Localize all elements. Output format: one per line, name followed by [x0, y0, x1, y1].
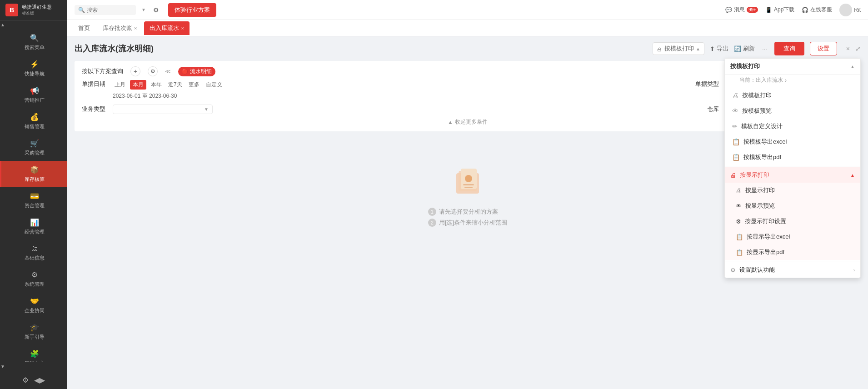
shortcut-icon: ⚡ [30, 60, 39, 69]
date-option-本年[interactable]: 本年 [149, 80, 164, 90]
refresh-icon: 🔄 [734, 45, 741, 52]
display-print-label: 🖨 按显示打印 [730, 171, 769, 179]
expand-page-icon[interactable]: ⤢ [855, 45, 861, 52]
filter-collapse-icon[interactable]: ≪ [165, 68, 171, 75]
item-icon: ✏ [732, 123, 738, 130]
biz-type-select[interactable]: ▼ [113, 105, 213, 114]
topbar-search-box[interactable]: 🔍 [75, 5, 136, 15]
tab-库存批次账[interactable]: 库存批次账× [97, 21, 142, 35]
search-dropdown-icon[interactable]: ▼ [141, 7, 146, 12]
collapse-sidebar-icon[interactable]: ◀▶ [34, 376, 45, 384]
item-icon: 📋 [732, 154, 740, 161]
display-item-按显示打印设置[interactable]: ⚙按显示打印设置 [725, 214, 860, 229]
set-default-footer[interactable]: ⚙ 设置默认功能 › [725, 262, 860, 278]
display-item-按显示预览[interactable]: 👁按显示预览 [725, 198, 860, 214]
refresh-button[interactable]: 🔄 刷新 [734, 45, 755, 53]
dropdown-item-按模板预览[interactable]: 👁按模板预览 [725, 103, 860, 119]
item-icon: 👁 [732, 107, 738, 115]
current-arrow-icon[interactable]: › [785, 77, 787, 84]
settings-button[interactable]: 设置 [810, 42, 837, 55]
industry-solution-button[interactable]: 体验行业方案 [168, 3, 216, 17]
sidebar-item-finance[interactable]: 💳资金管理 [0, 187, 67, 214]
sidebar-item-marketing[interactable]: 📢营销推广 [0, 82, 67, 108]
sidebar-menu: 🔍搜索菜单⚡快捷导航📢营销推广💰销售管理🛒采购管理📦库存核算💳资金管理📊经营管理… [0, 29, 67, 362]
print-template-button[interactable]: 🖨 按模板打印 ▲ [653, 42, 704, 55]
query-button[interactable]: 查询 [774, 42, 804, 55]
filter-tag-icon: 🔴 [182, 69, 188, 75]
sidebar-item-inventory[interactable]: 📦库存核算 [0, 161, 67, 187]
more-actions-icon[interactable]: ··· [762, 45, 767, 52]
filter-gear-button[interactable]: ⚙ [148, 66, 158, 76]
svg-rect-4 [463, 184, 474, 185]
display-item-按显示导出excel[interactable]: 📋按显示导出excel [725, 229, 860, 244]
display-print-icon: 🖨 [730, 172, 736, 179]
online-service-action[interactable]: 🎧 在线客服 [802, 6, 832, 14]
dropdown-item-按模板导出excel[interactable]: 📋按模板导出excel [725, 134, 860, 150]
biz-type-arrow-icon: ▼ [204, 107, 209, 112]
display-item-按显示打印[interactable]: 🖨按显示打印 [725, 183, 860, 198]
settings-icon[interactable]: ⚙ [22, 376, 29, 384]
print-dropdown-panel: 按模板打印 ▲ 当前：出入库流水 › 🖨按模板打印👁按模板预览✏模板自定义设计📋… [724, 58, 861, 278]
sidebar-item-search[interactable]: 🔍搜索菜单 [0, 29, 67, 55]
date-option-本月[interactable]: 本月 [130, 80, 146, 90]
enterprise-icon: 🤝 [30, 297, 39, 305]
close-page-icon[interactable]: × [846, 45, 850, 52]
collapse-icon: ▲ [448, 119, 453, 125]
sidebar-item-guide[interactable]: 🎓新手引导 [0, 319, 67, 345]
sidebar-item-basic[interactable]: 🗂基础信息 [0, 240, 67, 266]
sidebar-item-apps[interactable]: 🧩应用中心 [0, 345, 67, 362]
basic-icon: 🗂 [31, 244, 38, 253]
message-action[interactable]: 💬 消息 99+ [725, 6, 758, 14]
sidebar-item-system[interactable]: ⚙系统管理 [0, 266, 67, 292]
search-input[interactable] [87, 7, 132, 13]
sidebar-item-sales[interactable]: 💰销售管理 [0, 108, 67, 135]
display-item-按显示导出pdf[interactable]: 📋按显示导出pdf [725, 244, 860, 260]
date-group: 上月本月本年近7天更多自定义 2023-06-01 至 2023-06-30 [113, 80, 224, 100]
message-icon: 💬 [725, 7, 732, 13]
search-icon: 🔍 [30, 34, 39, 42]
tab-close-icon[interactable]: × [181, 25, 184, 31]
page-content-area: 出入库流水(流水明细) 🖨 按模板打印 ▲ ⬆ 导出 🔄 刷新 [67, 36, 868, 389]
biz-type-label: 业务类型 [82, 105, 105, 113]
scroll-down-icon[interactable]: ▼ [0, 364, 5, 369]
user-avatar[interactable]: Rit [839, 4, 861, 16]
sidebar-item-shortcut[interactable]: ⚡快捷导航 [0, 55, 67, 82]
dropdown-current: 当前：出入库流水 › [725, 75, 860, 88]
dropdown-item-按模板打印[interactable]: 🖨按模板打印 [725, 88, 860, 103]
sidebar-item-enterprise[interactable]: 🤝企业协同 [0, 292, 67, 319]
finance-icon: 💳 [30, 192, 39, 200]
phone-icon: 📱 [765, 7, 772, 13]
tab-出入库流水[interactable]: 出入库流水× [144, 21, 189, 35]
svg-rect-5 [464, 187, 473, 188]
dropdown-expand-icon[interactable]: ▲ [850, 64, 855, 69]
sidebar-item-purchase[interactable]: 🛒采购管理 [0, 135, 67, 161]
filter-add-button[interactable]: + [130, 66, 140, 76]
sales-icon: 💰 [30, 113, 39, 121]
dropdown-item-模板自定义设计[interactable]: ✏模板自定义设计 [725, 119, 860, 134]
date-option-近7天[interactable]: 近7天 [166, 80, 184, 90]
marketing-icon: 📢 [30, 86, 39, 95]
scroll-up-icon[interactable]: ▲ [0, 22, 5, 27]
topbar-gear-icon[interactable]: ⚙ [153, 6, 159, 14]
display-item-icon: 🖨 [736, 187, 742, 194]
date-option-上月[interactable]: 上月 [113, 80, 127, 90]
sidebar-item-operation[interactable]: 📊经营管理 [0, 214, 67, 240]
export-button[interactable]: ⬆ 导出 [710, 45, 728, 53]
avatar-image [839, 4, 852, 16]
empty-step-1: 1 请先选择要分析的方案 [428, 208, 507, 216]
display-item-icon: 📋 [736, 234, 743, 240]
dropdown-item-按模板导出pdf[interactable]: 📋按模板导出pdf [725, 150, 860, 165]
display-print-section[interactable]: 🖨 按显示打印 ▲ [725, 167, 860, 183]
tab-close-icon[interactable]: × [134, 25, 137, 31]
app-logo-icon: B [5, 4, 18, 16]
filter-label: 按以下方案查询 [82, 67, 123, 75]
date-option-自定义[interactable]: 自定义 [204, 80, 224, 90]
empty-step-2: 2 用[选]条件来缩小分析范围 [428, 219, 507, 227]
filter-active-tag[interactable]: 🔴 流水明细 [178, 67, 215, 76]
date-option-更多[interactable]: 更多 [187, 80, 201, 90]
app-download-action[interactable]: 📱 App下载 [765, 6, 794, 14]
sidebar-logo: B 畅捷通好生意 标准版 [0, 0, 67, 20]
tab-首页[interactable]: 首页 [73, 21, 95, 35]
date-options-row: 上月本月本年近7天更多自定义 [113, 80, 224, 90]
tab-bar: 首页库存批次账×出入库流水× [67, 20, 868, 36]
